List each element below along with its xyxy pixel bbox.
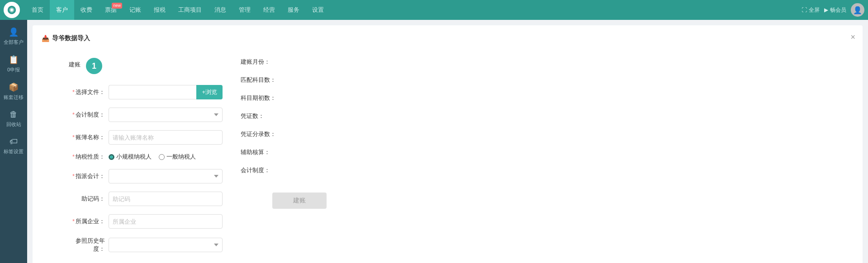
- ref-year-label: 参照历史年度：: [69, 237, 105, 253]
- nav-services[interactable]: 服务: [281, 0, 306, 20]
- ref-year-row: 参照历史年度：: [69, 237, 223, 253]
- nav-right: ⛶ 全屏 ▶ 畅会员 👤: [802, 3, 864, 17]
- tax-type-label: *纳税性质：: [69, 153, 105, 161]
- sidebar: 👤 全部客户 📋 0申报 📦 账套迁移 🗑 回收站 🏷 标签设置: [0, 20, 27, 263]
- step-label: 建账: [69, 61, 81, 69]
- subject-init-label: 科目期初数：: [241, 94, 276, 102]
- aux-accounting-row: 辅助核算：: [241, 148, 358, 156]
- general-taxpayer-radio[interactable]: [159, 154, 165, 160]
- assign-accountant-row: *指派会计：: [69, 169, 223, 183]
- match-subjects-row: 匹配科目数：: [241, 76, 358, 84]
- nav-bookkeeping[interactable]: 记账: [123, 0, 147, 20]
- sidebar-item-tags[interactable]: 🏷 标签设置: [0, 133, 27, 159]
- fullscreen-icon: ⛶: [802, 7, 807, 13]
- voucher-entries-label: 凭证分录数：: [241, 130, 276, 138]
- top-nav: 首页 客户 收费 票据 new 记账 报税 工商项目 消息 管理 经营 服务 设…: [0, 0, 868, 20]
- step-circle: 1: [86, 58, 102, 74]
- accounting-system-select[interactable]: [109, 108, 223, 122]
- affiliated-company-label: *所属企业：: [69, 217, 105, 225]
- tax-radio-group: 小规模纳税人 一般纳税人: [109, 153, 196, 161]
- nav-home[interactable]: 首页: [25, 0, 50, 20]
- avatar[interactable]: 👤: [851, 3, 864, 17]
- form-container: 建账 1 *选择文件： +浏览: [42, 53, 854, 261]
- general-taxpayer-label: 一般纳税人: [166, 153, 196, 161]
- match-subjects-label: 匹配科目数：: [241, 76, 276, 84]
- logo[interactable]: [4, 2, 20, 18]
- sidebar-item-declaration[interactable]: 📋 0申报: [0, 51, 27, 77]
- import-panel: 📥 导爷数据导入 × 建账 1 *选择文件：: [33, 25, 863, 263]
- nav-tax[interactable]: 报税: [147, 0, 172, 20]
- assign-accountant-label: *指派会计：: [69, 172, 105, 180]
- svg-point-1: [10, 9, 13, 11]
- ledger-name-label: *账簿名称：: [69, 133, 105, 141]
- memo-code-input[interactable]: [109, 192, 223, 206]
- sidebar-item-migration[interactable]: 📦 账套迁移: [0, 79, 27, 104]
- accounting-system-row: *会计制度：: [69, 108, 223, 122]
- nav-messages[interactable]: 消息: [208, 0, 232, 20]
- file-input-wrap: +浏览: [109, 85, 223, 99]
- nav-business[interactable]: 工商项目: [172, 0, 208, 20]
- form-left: 建账 1 *选择文件： +浏览: [69, 58, 223, 261]
- migration-icon: 📦: [9, 82, 19, 92]
- small-taxpayer-radio[interactable]: [109, 154, 114, 160]
- step-indicator: 建账 1: [69, 58, 223, 74]
- ref-year-select[interactable]: [109, 238, 223, 252]
- nav-operations[interactable]: 经营: [257, 0, 281, 20]
- nav-manage[interactable]: 管理: [232, 0, 257, 20]
- close-button[interactable]: ×: [850, 33, 855, 42]
- new-badge: new: [112, 3, 122, 9]
- sidebar-item-all-customers[interactable]: 👤 全部客户: [0, 23, 27, 49]
- vip-icon: ▶: [824, 7, 828, 13]
- small-taxpayer-option[interactable]: 小规模纳税人: [109, 153, 152, 161]
- ledger-name-row: *账簿名称：: [69, 130, 223, 145]
- voucher-entries-row: 凭证分录数：: [241, 130, 358, 138]
- voucher-label: 凭证数：: [241, 112, 264, 120]
- declaration-icon: 📋: [9, 55, 19, 65]
- trash-icon: 🗑: [9, 110, 18, 119]
- user-icon: 👤: [853, 6, 862, 14]
- form-right: 建账月份： 匹配科目数： 科目期初数： 凭证数：: [241, 58, 358, 261]
- accounting-system-label: *会计制度：: [69, 111, 105, 119]
- tags-icon: 🏷: [9, 137, 18, 146]
- affiliated-company-input[interactable]: [109, 214, 223, 229]
- file-input[interactable]: [109, 85, 196, 99]
- build-month-row: 建账月份：: [241, 58, 358, 66]
- memo-code-label: 助记码：: [69, 195, 105, 203]
- nav-items: 首页 客户 收费 票据 new 记账 报税 工商项目 消息 管理 经营 服务 设…: [25, 0, 802, 20]
- memo-code-row: 助记码：: [69, 192, 223, 206]
- vip-btn[interactable]: ▶ 畅会员: [824, 6, 846, 14]
- required-mark: *: [72, 89, 75, 95]
- panel-title: 📥 导爷数据导入: [42, 34, 854, 42]
- all-customers-icon: 👤: [9, 27, 19, 37]
- nav-invoices[interactable]: 票据 new: [99, 0, 123, 20]
- select-file-row: *选择文件： +浏览: [69, 85, 223, 99]
- layout: 👤 全部客户 📋 0申报 📦 账套迁移 🗑 回收站 🏷 标签设置 📥 导爷数据导…: [0, 20, 868, 263]
- nav-settings[interactable]: 设置: [306, 0, 330, 20]
- small-taxpayer-label: 小规模纳税人: [116, 153, 152, 161]
- nav-customers[interactable]: 客户: [50, 0, 74, 20]
- main-content: 📥 导爷数据导入 × 建账 1 *选择文件：: [27, 20, 868, 263]
- select-file-label: *选择文件：: [69, 88, 105, 96]
- general-taxpayer-option[interactable]: 一般纳税人: [159, 153, 196, 161]
- build-month-label: 建账月份：: [241, 58, 270, 66]
- aux-accounting-label: 辅助核算：: [241, 148, 270, 156]
- tax-type-row: *纳税性质： 小规模纳税人 一般纳税人: [69, 153, 223, 161]
- browse-button[interactable]: +浏览: [196, 85, 223, 99]
- ledger-name-input[interactable]: [109, 130, 223, 145]
- assign-accountant-select[interactable]: [109, 169, 223, 183]
- import-icon: 📥: [42, 35, 49, 42]
- nav-fees[interactable]: 收费: [74, 0, 99, 20]
- right-accounting-system-row: 会计制度：: [241, 166, 358, 174]
- affiliated-company-row: *所属企业：: [69, 214, 223, 229]
- sidebar-item-trash[interactable]: 🗑 回收站: [0, 106, 27, 132]
- right-accounting-system-label: 会计制度：: [241, 166, 270, 174]
- fullscreen-btn[interactable]: ⛶ 全屏: [802, 6, 820, 14]
- subject-init-row: 科目期初数：: [241, 94, 358, 102]
- build-account-button[interactable]: 建账: [272, 193, 327, 209]
- voucher-row: 凭证数：: [241, 112, 358, 120]
